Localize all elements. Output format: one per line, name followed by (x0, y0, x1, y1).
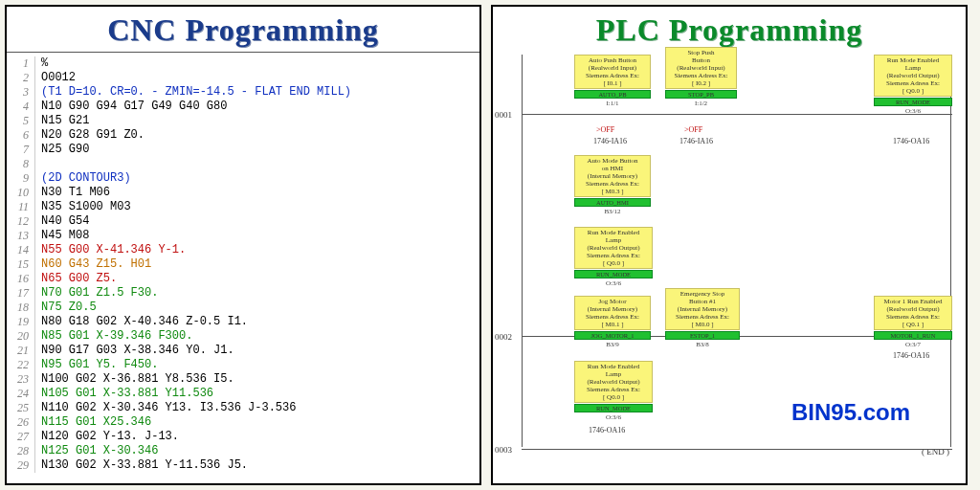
gcode-line: 24N105 G01 X-33.881 Y11.536 (7, 387, 479, 401)
desc-stop-pb: Stop PushButton(Realworld Input)Siemens … (665, 47, 737, 89)
addr-run-mode: O:3/6 (874, 107, 952, 115)
tag-auto-hmi: AUTO_HMI (574, 198, 651, 207)
line-number: 1 (7, 56, 35, 71)
gcode-line: 10N30 T1 M06 (7, 186, 479, 200)
line-number: 2 (7, 71, 35, 85)
gcode-line: 1% (7, 56, 479, 71)
gcode-line: 14N55 G00 X-41.346 Y-1. (7, 243, 479, 257)
line-number: 25 (7, 401, 35, 415)
contact-run-mode-par: Run Mode EnabledLamp(Realworld Output)Si… (574, 361, 653, 421)
line-number: 29 (7, 458, 35, 473)
gcode-text: N95 G01 Y5. F450. (41, 358, 158, 372)
contact-run-mode-latch: Run Mode EnabledLamp(Realworld Output)Si… (574, 227, 653, 287)
off-indicator-2: >OFF (684, 125, 702, 134)
gcode-line: 25N110 G02 X-30.346 Y13. I3.536 J-3.536 (7, 401, 479, 415)
ladder-diagram: 0001 0002 0003 ( END ) Auto Push Button(… (522, 55, 951, 474)
gcode-text: N120 G02 Y-13. J-13. (41, 430, 179, 444)
gcode-text: (2D CONTOUR3) (41, 171, 131, 186)
line-number: 8 (7, 157, 35, 171)
rung-number-1: 0001 (495, 110, 512, 120)
coil-motor-run: Motor 1 Run Enabled(Realworld Output)Sie… (874, 296, 952, 348)
gcode-text: N70 G01 Z1.5 F30. (41, 286, 158, 301)
gcode-line: 7N25 G90 (7, 143, 479, 157)
addr-auto-pb: I:1/1 (574, 100, 651, 107)
contact-jog-motor: Jog Motor(Internal Memory)Siemens Adress… (574, 296, 651, 348)
gcode-text: O0012 (41, 71, 76, 85)
addr-auto-hmi: B3/12 (574, 208, 651, 215)
rung-number-2: 0002 (495, 332, 512, 342)
line-number: 3 (7, 85, 35, 100)
rung-number-3: 0003 (495, 445, 512, 455)
gcode-line: 27N120 G02 Y-13. J-13. (7, 430, 479, 444)
line-number: 9 (7, 171, 35, 186)
gcode-text: N80 G18 G02 X-40.346 Z-0.5 I1. (41, 315, 248, 329)
gcode-line: 15N60 G43 Z15. H01 (7, 257, 479, 272)
gcode-line: 21N90 G17 G03 X-38.346 Y0. J1. (7, 344, 479, 358)
line-number: 13 (7, 229, 35, 243)
addr-motor-run: O:3/7 (874, 341, 952, 348)
gcode-line: 8 (7, 157, 479, 171)
tag-run-mode-latch: RUN_MODE (574, 270, 653, 278)
contact-auto-pb: Auto Push Button(Realworld Input)Siemens… (574, 55, 651, 107)
off-indicator-1: >OFF (596, 125, 614, 134)
gcode-line: 22N95 G01 Y5. F450. (7, 358, 479, 372)
desc-run-mode: Run Mode EnabledLamp(Realworld Output)Si… (874, 55, 952, 97)
cnc-title: CNC Programming (7, 7, 479, 53)
line-number: 19 (7, 315, 35, 329)
line-number: 23 (7, 372, 35, 387)
gcode-text: N25 G90 (41, 143, 89, 157)
gcode-text: N30 T1 M06 (41, 186, 110, 200)
io-label-out-3: 1746-OA16 (589, 426, 625, 434)
gcode-line: 3(T1 D=10. CR=0. - ZMIN=-14.5 - FLAT END… (7, 85, 479, 100)
gcode-line: 13N45 M08 (7, 229, 479, 243)
gcode-line: 23N100 G02 X-36.881 Y8.536 I5. (7, 372, 479, 387)
io-label-in-1: 1746-IA16 (593, 137, 627, 145)
plc-title: PLC Programming (493, 7, 966, 52)
line-number: 18 (7, 301, 35, 315)
contact-estop: Emergency StopButton #1(Internal Memory)… (665, 288, 740, 348)
gcode-line: 19N80 G18 G02 X-40.346 Z-0.5 I1. (7, 315, 479, 329)
gcode-line: 18N75 Z0.5 (7, 301, 479, 315)
gcode-text: N35 S1000 M03 (41, 200, 131, 214)
line-number: 17 (7, 286, 35, 301)
contact-auto-hmi: Auto Mode Buttonon HMI(Internal Memory)S… (574, 155, 651, 215)
gcode-text: % (41, 56, 48, 71)
desc-jog-motor: Jog Motor(Internal Memory)Siemens Adress… (574, 296, 651, 330)
gcode-line: 20N85 G01 X-39.346 F300. (7, 329, 479, 344)
line-number: 7 (7, 143, 35, 157)
line-number: 26 (7, 415, 35, 430)
tag-motor-run: MOTOR_1_RUN (874, 331, 952, 340)
gcode-text: N45 M08 (41, 229, 89, 243)
line-number: 12 (7, 214, 35, 229)
rung-3-wire (522, 449, 952, 450)
desc-estop: Emergency StopButton #1(Internal Memory)… (665, 288, 740, 330)
gcode-text: (T1 D=10. CR=0. - ZMIN=-14.5 - FLAT END … (41, 85, 351, 100)
gcode-line: 26N115 G01 X25.346 (7, 415, 479, 430)
plc-panel: PLC Programming 0001 0002 0003 ( END ) A… (491, 5, 968, 485)
line-number: 27 (7, 430, 35, 444)
gcode-text: N60 G43 Z15. H01 (41, 257, 151, 272)
desc-run-mode-latch: Run Mode EnabledLamp(Realworld Output)Si… (574, 227, 653, 269)
addr-jog-motor: B3/9 (574, 341, 651, 348)
gcode-text: N75 Z0.5 (41, 301, 97, 315)
gcode-line: 4N10 G90 G94 G17 G49 G40 G80 (7, 100, 479, 114)
line-number: 24 (7, 387, 35, 401)
io-label-in-2: 1746-IA16 (679, 137, 713, 145)
coil-run-mode: Run Mode EnabledLamp(Realworld Output)Si… (874, 55, 952, 115)
tag-estop: ESTOP_1 (665, 331, 740, 340)
gcode-text: N90 G17 G03 X-38.346 Y0. J1. (41, 344, 234, 358)
gcode-text: N100 G02 X-36.881 Y8.536 I5. (41, 372, 234, 387)
gcode-text: N110 G02 X-30.346 Y13. I3.536 J-3.536 (41, 401, 296, 415)
contact-stop-pb: Stop PushButton(Realworld Input)Siemens … (665, 47, 737, 107)
gcode-text: N115 G01 X25.346 (41, 415, 151, 430)
line-number: 21 (7, 344, 35, 358)
line-number: 11 (7, 200, 35, 214)
desc-run-mode-par: Run Mode EnabledLamp(Realworld Output)Si… (574, 361, 653, 403)
gcode-text: N20 G28 G91 Z0. (41, 128, 145, 143)
addr-run-mode-par: O:3/6 (574, 413, 653, 421)
gcode-text: N10 G90 G94 G17 G49 G40 G80 (41, 100, 227, 114)
gcode-text: N105 G01 X-33.881 Y11.536 (41, 387, 213, 401)
addr-stop-pb: I:1/2 (665, 100, 737, 107)
line-number: 14 (7, 243, 35, 257)
io-label-out-2: 1746-OA16 (893, 351, 929, 360)
